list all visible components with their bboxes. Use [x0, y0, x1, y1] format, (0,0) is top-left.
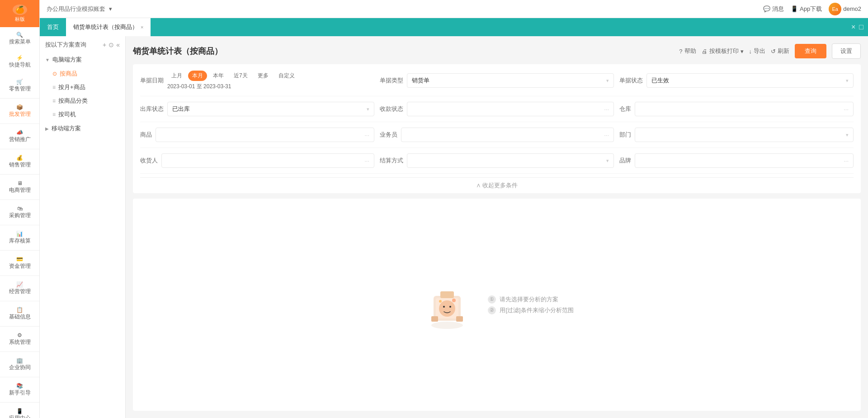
tip1-num: ①	[488, 295, 496, 304]
sidebar-item-system[interactable]: ⚙ 系统管理	[0, 327, 39, 352]
brand-select[interactable]: ···	[635, 153, 854, 168]
sidebar-item-appstore[interactable]: 📱 应用中心	[0, 403, 39, 418]
settlement-select[interactable]: ▾	[407, 153, 614, 168]
sidebar-item-base[interactable]: 📋 基础信息	[0, 301, 39, 327]
tab-home[interactable]: 首页	[40, 18, 66, 36]
tree-parent-mobile[interactable]: ▶ 移动端方案	[40, 121, 125, 136]
page-actions: ? 帮助 🖨 按模板打印 ▾ ↓ 导出 ↺ 刷新	[679, 43, 861, 59]
svg-rect-7	[431, 316, 438, 322]
print-btn[interactable]: 🖨 按模板打印 ▾	[702, 47, 744, 55]
sidebar-item-guide[interactable]: 📚 新手引导	[0, 377, 39, 403]
svg-point-3	[439, 300, 455, 317]
sidebar-item-retail[interactable]: 🛒 零售管理	[0, 73, 39, 99]
svg-rect-8	[456, 316, 463, 322]
date-btn-7days[interactable]: 近7天	[230, 71, 252, 81]
out-status-wrapper: 出库状态 已出库 ▾	[140, 102, 374, 116]
add-scheme-icon[interactable]: +	[103, 41, 106, 48]
sidebar-item-sales[interactable]: 💰 销售管理	[0, 149, 39, 175]
export-label: 导出	[754, 47, 765, 55]
payment-status-label: 收款状态	[380, 105, 403, 113]
tree-child-by-month-product[interactable]: ≡ 按月+商品	[40, 81, 125, 94]
product-dots-icon: ···	[364, 132, 369, 138]
user-label: demo2	[843, 5, 861, 12]
out-status-select[interactable]: 已出库 ▾	[167, 102, 374, 116]
empty-illustration	[420, 278, 474, 332]
settings-scheme-icon[interactable]: ⊙	[108, 41, 114, 48]
doc-status-chevron-icon: ▾	[846, 78, 849, 84]
app-download-btn[interactable]: 📱 App下载	[791, 5, 822, 13]
tab-active[interactable]: 销货单统计表（按商品） ×	[66, 18, 151, 36]
collapse-more-btn[interactable]: ∧ 收起更多条件	[140, 177, 854, 193]
sidebar-item-enterprise[interactable]: 🏢 企业协同	[0, 352, 39, 377]
warehouse-select[interactable]: ···	[635, 102, 854, 116]
settings-button[interactable]: 设置	[832, 43, 861, 59]
by-month-product-label: 按月+商品	[58, 83, 85, 91]
doc-status-wrapper: 单据状态 已生效 ▾	[619, 73, 854, 88]
user-menu-btn[interactable]: Ea demo2	[829, 3, 861, 15]
content-area: 按以下方案查询 + ⊙ « ▼ 电脑端方案 ⊙ 按商品 ≡	[40, 36, 868, 418]
date-btn-more[interactable]: 更多	[254, 71, 273, 81]
receiver-label: 收货人	[140, 157, 158, 165]
print-label: 按模板打印	[709, 47, 739, 55]
sidebar-item-wholesale[interactable]: 📦 批发管理	[0, 99, 39, 124]
app-selector[interactable]: 办公用品行业模拟账套 ▾	[47, 5, 112, 13]
tip2-text: 用[过滤]条件来缩小分析范围	[500, 306, 573, 314]
payment-status-select[interactable]: ···	[407, 102, 614, 116]
help-btn[interactable]: ? 帮助	[679, 47, 696, 55]
right-content: 销货单统计表（按商品） ? 帮助 🖨 按模板打印 ▾ ↓ 导出	[126, 36, 868, 418]
collapse-panel-icon[interactable]: «	[116, 41, 120, 48]
dropdown-icon[interactable]: ▾	[109, 5, 112, 12]
settlement-chevron-icon: ▾	[606, 158, 609, 164]
base-label: 基础信息	[2, 313, 37, 321]
sidebar-item-quicknav[interactable]: ⚡ 快捷导航	[0, 50, 39, 73]
refresh-btn[interactable]: ↺ 刷新	[771, 47, 789, 55]
appstore-icon: 📱	[2, 408, 37, 414]
product-label: 商品	[140, 131, 152, 139]
collapse-icon: ∧	[476, 182, 481, 189]
tree-parent-desktop-label: 电脑端方案	[52, 56, 82, 64]
sidebar-quicknav-label: 快捷导航	[2, 61, 37, 69]
sidebar-item-purchase[interactable]: 🛍 采购管理	[0, 200, 39, 225]
date-btn-this-year[interactable]: 本年	[209, 71, 228, 81]
by-product-label: 按商品	[60, 70, 77, 78]
date-filter-label: 单据日期	[140, 76, 164, 85]
query-button[interactable]: 查询	[795, 44, 826, 58]
sidebar-item-marketing[interactable]: 📣 营销推广	[0, 124, 39, 149]
print-dropdown-icon[interactable]: ▾	[741, 48, 744, 55]
tree-child-by-category[interactable]: ≡ 按商品分类	[40, 94, 125, 108]
base-icon: 📋	[2, 307, 37, 313]
sidebar-item-finance[interactable]: 💳 资金管理	[0, 251, 39, 276]
purchase-icon: 🛍	[2, 205, 37, 212]
tab-close-icon[interactable]: ×	[141, 24, 143, 30]
tree-parent-desktop[interactable]: ▼ 电脑端方案	[40, 52, 125, 67]
window-maximize-icon[interactable]: □	[859, 23, 863, 31]
date-btn-last-month[interactable]: 上月	[167, 71, 186, 81]
receiver-select[interactable]: ···	[161, 153, 374, 168]
logo: 🍊 标版	[0, 0, 39, 27]
left-panel-title: 按以下方案查询	[45, 41, 86, 49]
date-btn-this-month[interactable]: 本月	[188, 71, 207, 81]
doc-status-value: 已生效	[651, 76, 669, 85]
tree-child-by-product[interactable]: ⊙ 按商品	[40, 67, 125, 81]
sidebar-item-operations[interactable]: 📈 经营管理	[0, 276, 39, 301]
message-btn[interactable]: 💬 消息	[763, 5, 784, 13]
export-btn[interactable]: ↓ 导出	[749, 47, 766, 55]
salesperson-label: 业务员	[380, 131, 397, 139]
date-btn-custom[interactable]: 自定义	[274, 71, 299, 81]
sidebar-item-search[interactable]: 🔍 搜索菜单	[0, 27, 39, 50]
doc-status-select[interactable]: 已生效 ▾	[646, 73, 854, 88]
doc-status-label: 单据状态	[619, 76, 643, 85]
department-select[interactable]: ▾	[635, 128, 854, 142]
help-icon: ?	[679, 48, 682, 55]
product-select[interactable]: ···	[156, 128, 374, 142]
brand-label: 品牌	[619, 157, 631, 165]
tree-child-by-warehouse[interactable]: ≡ 按司机	[40, 108, 125, 121]
salesperson-select[interactable]: ···	[401, 128, 614, 142]
appstore-label: 应用中心	[2, 414, 37, 418]
window-close-icon[interactable]: ×	[851, 23, 855, 31]
doc-type-select[interactable]: 销货单 ▾	[407, 73, 614, 88]
inventory-icon: 📊	[2, 231, 37, 237]
sidebar-item-ecommerce[interactable]: 🖥 电商管理	[0, 175, 39, 200]
sidebar-item-inventory[interactable]: 📊 库存核算	[0, 225, 39, 251]
app-download-icon: 📱	[791, 5, 798, 12]
